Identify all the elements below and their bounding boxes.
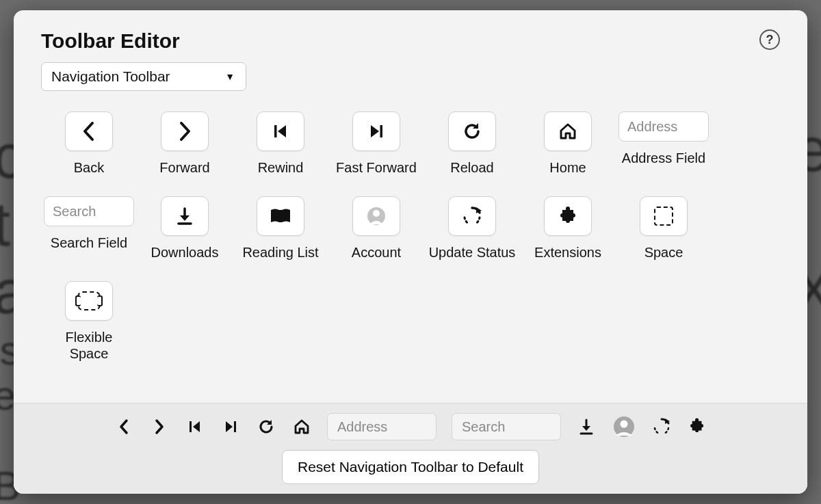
palette-item-label: Reading List [242, 244, 318, 261]
svg-rect-8 [279, 210, 282, 222]
flexible-space-icon [65, 281, 113, 321]
palette-item-label: Rewind [258, 159, 304, 176]
svg-marker-2 [371, 125, 379, 137]
palette-item-address-field[interactable]: Address Address Field [616, 111, 712, 176]
palette-item-fast-forward[interactable]: Fast Forward [328, 111, 424, 176]
space-icon [640, 196, 688, 236]
downloads-icon [161, 196, 209, 236]
search-placeholder-text: Search [53, 204, 96, 220]
fast-forward-icon [352, 111, 400, 151]
palette-item-extensions[interactable]: Extensions [520, 196, 616, 261]
search-field-preview: Search [44, 196, 134, 226]
palette-item-back[interactable]: Back [41, 111, 137, 176]
svg-marker-1 [278, 125, 286, 137]
palette-item-label: Fast Forward [336, 159, 417, 176]
preview-extensions-icon[interactable] [687, 416, 707, 437]
address-field-preview: Address [618, 111, 709, 142]
svg-point-10 [373, 210, 380, 217]
palette-item-space[interactable]: Space [616, 196, 712, 261]
toolbar-preview: Address Search [14, 403, 807, 450]
page-title: Toolbar Editor [41, 29, 180, 53]
reading-list-icon [257, 196, 304, 236]
toolbar-select-row: Navigation Toolbar ▼ [14, 62, 807, 98]
help-button[interactable]: ? [759, 29, 780, 50]
preview-search-field[interactable]: Search [452, 413, 561, 440]
toolbar-editor-window: Toolbar Editor ? Navigation Toolbar ▼ Ba… [14, 10, 807, 494]
chevron-down-icon: ▼ [225, 71, 235, 82]
reset-row: Reset Navigation Toolbar to Default [14, 450, 807, 494]
reload-icon [448, 111, 496, 151]
svg-rect-0 [274, 125, 277, 137]
svg-rect-15 [234, 421, 236, 432]
account-icon [352, 196, 400, 236]
preview-rewind-icon[interactable] [185, 416, 205, 437]
palette-item-label: Forward [159, 159, 209, 176]
palette-item-forward[interactable]: Forward [137, 111, 233, 176]
palette-item-label: Home [549, 159, 586, 176]
back-icon [65, 111, 113, 151]
preview-reload-icon[interactable] [256, 416, 276, 437]
home-icon [544, 111, 592, 151]
svg-marker-6 [180, 215, 190, 221]
palette-item-update-status[interactable]: Update Status [424, 196, 520, 261]
header: Toolbar Editor ? [14, 10, 807, 62]
preview-forward-icon[interactable] [149, 416, 170, 437]
svg-marker-14 [226, 421, 233, 432]
address-placeholder-text: Address [627, 119, 677, 135]
palette-item-label: Account [352, 244, 401, 261]
toolbar-selector[interactable]: Navigation Toolbar ▼ [41, 62, 246, 91]
rewind-icon [257, 111, 304, 151]
reset-toolbar-button[interactable]: Reset Navigation Toolbar to Default [282, 450, 539, 484]
palette-item-label: Space [644, 244, 683, 261]
svg-marker-18 [582, 426, 590, 431]
palette-item-label: Address Field [622, 150, 705, 166]
preview-address-field[interactable]: Address [327, 413, 436, 440]
preview-update-status-icon[interactable] [651, 416, 672, 437]
palette-item-reload[interactable]: Reload [424, 111, 520, 176]
preview-back-icon[interactable] [114, 416, 134, 437]
palette-item-label: Search Field [51, 235, 127, 251]
palette-item-rewind[interactable]: Rewind [233, 111, 328, 176]
preview-account-icon[interactable] [612, 414, 636, 439]
palette-item-downloads[interactable]: Downloads [137, 196, 233, 261]
palette-item-label: Update Status [429, 244, 516, 261]
svg-point-21 [621, 421, 628, 428]
svg-rect-3 [380, 125, 383, 137]
palette-item-label: Flexible Space [44, 329, 133, 362]
palette-item-search-field[interactable]: Search Search Field [41, 196, 137, 261]
update-status-icon [448, 196, 496, 236]
palette-item-label: Downloads [151, 244, 219, 261]
svg-marker-13 [193, 421, 200, 432]
preview-home-icon[interactable] [291, 416, 312, 437]
palette-item-label: Extensions [534, 244, 601, 261]
question-mark-icon: ? [766, 33, 774, 47]
palette-item-reading-list[interactable]: Reading List [233, 196, 328, 261]
palette-item-flexible-space[interactable]: Flexible Space [41, 281, 137, 362]
preview-downloads-icon[interactable] [576, 416, 597, 437]
preview-fast-forward-icon[interactable] [220, 416, 241, 437]
svg-rect-12 [190, 421, 192, 432]
palette-item-label: Back [74, 159, 104, 176]
preview-search-placeholder: Search [462, 419, 505, 435]
extensions-icon [544, 196, 592, 236]
preview-address-placeholder: Address [337, 419, 387, 435]
palette-item-home[interactable]: Home [520, 111, 616, 176]
toolbar-selector-label: Navigation Toolbar [51, 68, 170, 85]
palette-item-account[interactable]: Account [328, 196, 424, 261]
toolbar-items-palette: Back Forward Rewind Fast Forward Reload [14, 98, 807, 403]
palette-item-label: Reload [450, 159, 493, 176]
forward-icon [161, 111, 209, 151]
